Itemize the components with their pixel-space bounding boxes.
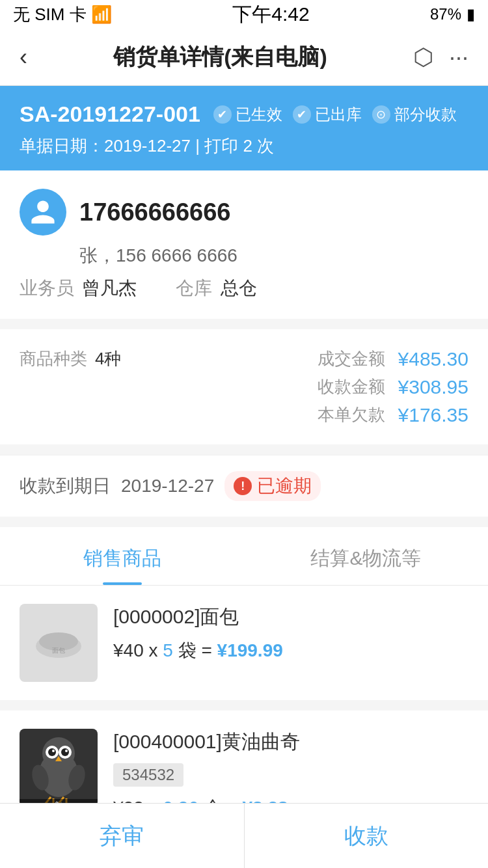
back-button[interactable]: ‹ [20,44,27,71]
product-types-row: 商品种类 4种 [20,347,121,370]
product-thumbnail-1: 面包 [20,604,98,682]
avatar [20,189,66,236]
product-types-label: 商品种类 [20,347,87,370]
nav-actions: ⬡ ··· [413,44,468,71]
confirm-button[interactable]: 收款 [245,804,489,868]
overdue-badge: ! 已逾期 [224,471,321,501]
received-amount-row: 收款金额 ¥308.95 [318,375,468,398]
salesperson-value: 曾凡杰 [82,278,137,298]
deal-amount-label: 成交金额 [318,347,385,370]
customer-info-row: 业务员 曾凡杰 仓库 总仓 [20,276,468,301]
clock-icon: ⊙ [372,105,390,124]
stats-right: 成交金额 ¥485.30 收款金额 ¥308.95 本单欠款 ¥176.35 [318,347,468,426]
cancel-button[interactable]: 弃审 [0,804,245,868]
product-equals-1: = [201,640,217,660]
product-list: 面包 [0000002]面包 ¥40 x 5 袋 = ¥199.99 [0,586,488,839]
product-name-2: [000400001]黄油曲奇 [113,729,468,755]
list-item: 面包 [0000002]面包 ¥40 x 5 袋 = ¥199.99 [0,586,488,700]
page-title: 销货单详情(来自电脑) [113,42,327,72]
overdue-text: 已逾期 [257,474,312,498]
share-icon[interactable]: ⬡ [413,44,433,71]
product-unit-1: 袋 [178,640,197,660]
product-multiply-1: x [149,640,163,660]
stats-section: 商品种类 4种 成交金额 ¥485.30 收款金额 ¥308.95 本单欠款 ¥… [0,329,488,444]
svg-point-11 [65,750,68,752]
status-time: 下午4:42 [232,1,309,28]
debt-amount-row: 本单欠款 ¥176.35 [318,403,468,426]
product-types-value: 4种 [95,347,121,370]
product-sku-badge-2: 534532 [113,763,183,787]
received-amount-value: ¥308.95 [398,376,468,398]
product-price-1: ¥40 x 5 袋 = ¥199.99 [113,638,468,663]
product-name-1: [0000002]面包 [113,604,468,631]
more-icon[interactable]: ··· [449,44,468,71]
customer-contact: 张，156 6666 6666 [20,243,468,268]
person-icon [29,198,57,226]
debt-amount-value: ¥176.35 [398,404,468,426]
badge-shipped-label: 已出库 [315,104,362,125]
svg-point-10 [52,750,55,752]
tabs: 销售商品 结算&物流等 [0,527,488,586]
overdue-icon: ! [234,477,252,495]
badge-effective: ✔ 已生效 [213,104,282,125]
due-label: 收款到期日 [20,474,111,498]
check-icon-2: ✔ [293,105,311,124]
status-signal: 无 SIM 卡 📶 [13,3,112,26]
status-bar: 无 SIM 卡 📶 下午4:42 87% ▮ [0,0,488,29]
warehouse-value: 总仓 [221,278,257,298]
product-unit-price-1: ¥40 [113,640,144,660]
tab-settlement-label: 结算&物流等 [310,547,421,569]
deal-amount-row: 成交金额 ¥485.30 [318,347,468,370]
svg-text:面包: 面包 [52,647,65,654]
nav-bar: ‹ 销货单详情(来自电脑) ⬡ ··· [0,29,488,86]
stats-left: 商品种类 4种 [20,347,121,374]
order-badges: ✔ 已生效 ✔ 已出库 ⊙ 部分收款 [213,104,457,125]
badge-partial-label: 部分收款 [394,104,457,125]
tab-settlement[interactable]: 结算&物流等 [244,527,488,585]
product-total-1: ¥199.99 [217,640,283,660]
svg-point-9 [61,748,69,756]
deal-amount-value: ¥485.30 [398,348,468,370]
customer-id: 17666666666 [79,198,230,226]
salesperson-label: 业务员 [20,278,74,298]
tab-sales[interactable]: 销售商品 [0,527,244,585]
bread-icon: 面包 [33,623,85,662]
svg-point-8 [48,748,56,756]
product-info-1: [0000002]面包 ¥40 x 5 袋 = ¥199.99 [113,604,468,663]
bread-placeholder: 面包 [20,604,98,682]
product-qty-1: 5 [163,640,173,660]
due-date: 2019-12-27 [121,476,214,496]
tab-sales-label: 销售商品 [83,547,161,569]
owl-product-icon: 鱼+ [20,729,98,807]
product-image-2: 鱼+ [20,729,98,807]
order-id: SA-20191227-001 [20,102,200,127]
order-header: SA-20191227-001 ✔ 已生效 ✔ 已出库 ⊙ 部分收款 单据日期：… [0,86,488,170]
product-thumbnail-2: 鱼+ [20,729,98,807]
received-amount-label: 收款金额 [318,375,385,398]
battery-icon: ▮ [467,5,475,23]
check-icon: ✔ [213,105,232,124]
debt-amount-label: 本单欠款 [318,403,385,426]
status-battery: 87% ▮ [430,5,475,23]
customer-section: 17666666666 张，156 6666 6666 业务员 曾凡杰 仓库 总… [0,170,488,319]
bottom-bar: 弃审 收款 [0,803,488,868]
warehouse-label: 仓库 [176,278,212,298]
badge-partial: ⊙ 部分收款 [372,104,457,125]
battery-percent: 87% [430,5,461,23]
badge-effective-label: 已生效 [236,104,282,125]
order-meta: 单据日期：2019-12-27 | 打印 2 次 [20,135,468,157]
due-section: 收款到期日 2019-12-27 ! 已逾期 [0,455,488,517]
badge-shipped: ✔ 已出库 [293,104,362,125]
